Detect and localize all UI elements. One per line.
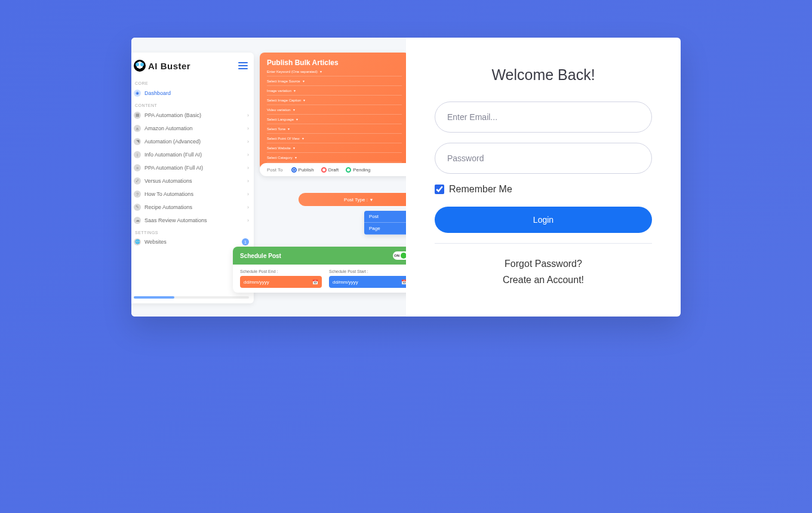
- info-icon: i: [134, 151, 141, 158]
- remember-me-checkbox[interactable]: [435, 185, 444, 194]
- nav-websites: 🌐Websites 1: [131, 236, 254, 248]
- robot-face-icon: [134, 60, 146, 72]
- schedule-end-date: dd/mm/yyyy 📅: [240, 276, 322, 288]
- radio-publish: Publish: [291, 167, 314, 173]
- chevron-right-icon: ›: [247, 217, 249, 223]
- chevron-right-icon: ›: [247, 139, 249, 145]
- nav-howto: ?How To Automations›: [131, 188, 254, 201]
- progress-bar: [134, 296, 249, 299]
- nav-advanced: ◥Automation (Advanced)›: [131, 135, 254, 148]
- chevron-right-icon: ›: [247, 178, 249, 184]
- divider: [435, 243, 652, 244]
- section-settings-label: SETTINGS: [131, 227, 254, 236]
- form-title: Welcome Back!: [435, 66, 652, 84]
- app-illustration: AI Buster CORE ◉Dashboard CONTENT ▦PPA A…: [131, 38, 406, 317]
- menu-icon: [238, 62, 248, 69]
- rss-icon: ◥: [134, 138, 141, 145]
- nav-versus: ⤢Versus Automations›: [131, 174, 254, 188]
- login-form-panel: Welcome Back! Remember Me Login Forgot P…: [406, 38, 681, 317]
- nav-ppa-basic: ▦PPA Automation (Basic)›: [131, 109, 254, 122]
- section-core-label: CORE: [131, 78, 254, 87]
- list-icon: ≡: [134, 164, 141, 171]
- post-type-dropdown: Post Page: [364, 211, 406, 235]
- nav-dashboard: ◉Dashboard: [131, 87, 254, 100]
- chevron-down-icon: ▾: [370, 197, 373, 202]
- create-account-link[interactable]: Create an Account!: [435, 272, 652, 288]
- section-content-label: CONTENT: [131, 100, 254, 109]
- compare-icon: ⤢: [134, 177, 141, 185]
- chevron-right-icon: ›: [247, 152, 249, 158]
- question-icon: ?: [134, 191, 141, 198]
- count-badge: 1: [242, 238, 249, 245]
- nav-ppa-fullai: ≡PPA Automation (Full AI)›: [131, 161, 254, 174]
- schedule-toggle: ON: [393, 251, 406, 260]
- radio-draft: Draft: [321, 167, 339, 173]
- globe-icon: 🌐: [134, 238, 141, 245]
- nav-recipe: ✎Recipe Automations›: [131, 201, 254, 214]
- grid-icon: ▦: [134, 112, 141, 119]
- nav-saas: ☁Saas Review Automations›: [131, 214, 254, 227]
- amazon-icon: a: [134, 125, 141, 132]
- post-type-pill: Post Type : ▾: [299, 193, 406, 206]
- radio-pending: Pending: [346, 167, 370, 173]
- chevron-right-icon: ›: [247, 165, 249, 171]
- schedule-card: Schedule Post ON Schedule Post End : dd/…: [233, 247, 406, 293]
- chevron-right-icon: ›: [247, 204, 249, 210]
- forgot-password-link[interactable]: Forgot Password?: [435, 256, 652, 272]
- brand-name: AI Buster: [148, 61, 190, 71]
- schedule-title: Schedule Post: [240, 253, 281, 259]
- nav-amazon: aAmazon Automation›: [131, 122, 254, 135]
- publish-articles-card: Publish Bulk Articles Enter Keyword (One…: [260, 53, 406, 170]
- calendar-icon: 📅: [401, 279, 406, 285]
- wrench-icon: ✎: [134, 204, 141, 211]
- login-card: AI Buster CORE ◉Dashboard CONTENT ▦PPA A…: [131, 38, 681, 317]
- calendar-icon: 📅: [312, 279, 318, 285]
- login-button[interactable]: Login: [435, 207, 652, 233]
- remember-me-label: Remember Me: [449, 184, 512, 195]
- chevron-right-icon: ›: [247, 191, 249, 197]
- chevron-right-icon: ›: [247, 125, 249, 131]
- schedule-start-date: dd/mm/yyyy 📅: [329, 276, 406, 288]
- post-to-bar: Post To Publish Draft Pending: [260, 163, 406, 176]
- gauge-icon: ◉: [134, 90, 141, 97]
- cloud-icon: ☁: [134, 217, 141, 224]
- chevron-right-icon: ›: [247, 112, 249, 118]
- publish-title: Publish Bulk Articles: [267, 59, 402, 67]
- email-field[interactable]: [435, 102, 652, 133]
- password-field[interactable]: [435, 143, 652, 174]
- nav-info-fullai: iInfo Automation (Full AI)›: [131, 148, 254, 161]
